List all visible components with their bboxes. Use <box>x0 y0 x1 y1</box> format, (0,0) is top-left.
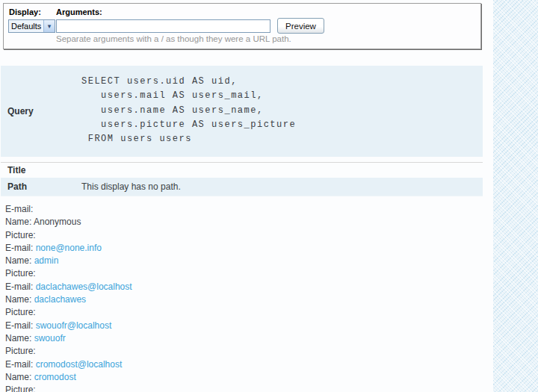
result-email-line: E-mail: swouofr@localhost <box>5 320 364 332</box>
query-sql-text: SELECT users.uid AS uid, users.mail AS u… <box>81 66 296 157</box>
picture-field-label: Picture: <box>5 268 36 279</box>
name-field-label: Name: <box>5 255 31 266</box>
path-value: This display has no path. <box>81 178 181 196</box>
name-value-link[interactable]: admin <box>34 255 59 266</box>
result-email-line: E-mail: <box>5 203 364 216</box>
name-value-link[interactable]: cromodost <box>34 372 76 382</box>
result-email-line: E-mail: none@none.info <box>5 242 364 255</box>
arguments-description: Separate arguments with a / as though th… <box>56 34 291 43</box>
name-value-link[interactable]: daclachawes <box>34 294 86 305</box>
result-picture-line: Picture: <box>5 384 364 392</box>
display-select-value: Defaults <box>9 22 43 31</box>
picture-field-label: Picture: <box>5 385 36 392</box>
display-label: Display: <box>9 7 41 16</box>
preview-button[interactable]: Preview <box>277 18 324 34</box>
name-field-label: Name: <box>5 333 31 343</box>
picture-field-label: Picture: <box>5 230 36 240</box>
email-value-link[interactable]: cromodost@localhost <box>36 359 123 370</box>
email-value-link[interactable]: none@none.info <box>36 243 102 253</box>
result-picture-line: Picture: <box>5 229 364 242</box>
name-value: Anonymous <box>34 217 81 227</box>
query-row: Query SELECT users.uid AS uid, users.mai… <box>1 66 483 157</box>
picture-field-label: Picture: <box>5 346 36 356</box>
page-background-strip <box>493 0 538 392</box>
result-name-line: Name: daclachawes <box>5 293 364 306</box>
email-value-link[interactable]: daclachawes@localhost <box>36 281 132 292</box>
result-picture-line: Picture: <box>5 345 364 358</box>
query-label: Query <box>1 66 81 157</box>
title-label: Title <box>1 163 81 178</box>
arguments-input[interactable] <box>56 19 270 33</box>
display-select[interactable]: Defaults ▾ <box>8 19 55 33</box>
name-value-link[interactable]: swouofr <box>34 333 66 343</box>
result-name-line: Name: admin <box>5 255 364 267</box>
result-name-line: Name: Anonymous <box>5 216 364 228</box>
name-field-label: Name: <box>5 294 31 305</box>
email-field-label: E-mail: <box>5 320 33 331</box>
views-preview-page: Display: Defaults ▾ Arguments: Preview S… <box>0 0 538 392</box>
email-value-link[interactable]: swouofr@localhost <box>36 320 112 331</box>
title-row: Title <box>1 162 483 178</box>
path-row: Path This display has no path. <box>1 178 483 196</box>
result-name-line: Name: cromodost <box>5 371 364 384</box>
result-name-line: Name: swouofr <box>5 332 364 345</box>
preview-arguments-form: Display: Defaults ▾ Arguments: Preview S… <box>3 3 481 49</box>
arguments-label: Arguments: <box>56 7 102 16</box>
path-label: Path <box>1 178 81 196</box>
preview-results: E-mail:Name: AnonymousPicture:E-mail: no… <box>5 203 364 392</box>
picture-field-label: Picture: <box>5 307 36 317</box>
result-email-line: E-mail: cromodost@localhost <box>5 358 364 371</box>
preview-meta-table: Query SELECT users.uid AS uid, users.mai… <box>1 66 483 196</box>
email-field-label: E-mail: <box>5 359 33 370</box>
email-field-label: E-mail: <box>5 281 33 292</box>
result-picture-line: Picture: <box>5 267 364 280</box>
result-picture-line: Picture: <box>5 306 364 319</box>
name-field-label: Name: <box>5 217 31 227</box>
chevron-down-icon: ▾ <box>43 20 55 32</box>
email-field-label: E-mail: <box>5 204 33 214</box>
name-field-label: Name: <box>5 372 31 382</box>
email-field-label: E-mail: <box>5 243 33 253</box>
result-email-line: E-mail: daclachawes@localhost <box>5 281 364 293</box>
